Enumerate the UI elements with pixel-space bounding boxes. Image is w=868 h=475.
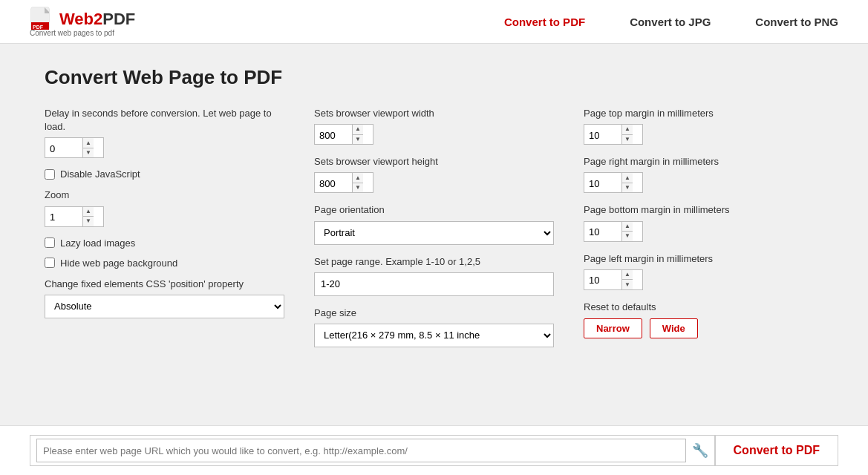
- delay-spinner-btns: ▲ ▼: [82, 138, 94, 157]
- viewport-width-input[interactable]: [315, 125, 352, 145]
- page-size-select[interactable]: Letter(216 × 279 mm, 8.5 × 11 inche A4(2…: [314, 324, 554, 347]
- main-content: Convert Web Page to PDF Delay in seconds…: [0, 44, 868, 373]
- top-margin-group: Page top margin in millimeters ▲ ▼: [584, 107, 823, 145]
- right-margin-down-btn[interactable]: ▼: [622, 183, 633, 193]
- left-margin-spinner[interactable]: ▲ ▼: [584, 269, 643, 290]
- nav: Convert to PDF Convert to JPG Convert to…: [504, 16, 838, 28]
- viewport-width-group: Sets browser viewport width ▲ ▼: [314, 107, 554, 145]
- right-margin-label: Page right margin in millimeters: [584, 155, 823, 168]
- col1: Delay in seconds before conversion. Let …: [45, 107, 284, 358]
- zoom-group: Zoom ▲ ▼: [45, 189, 284, 226]
- viewport-height-up-btn[interactable]: ▲: [353, 173, 363, 183]
- top-margin-up-btn[interactable]: ▲: [622, 125, 633, 135]
- hide-bg-label[interactable]: Hide web page background: [45, 258, 284, 269]
- col3: Page top margin in millimeters ▲ ▼ Page …: [584, 107, 823, 358]
- logo-subtitle: Convert web pages to pdf: [30, 30, 114, 37]
- wide-button[interactable]: Wide: [650, 318, 698, 338]
- logo: PDF Web2PDF Convert web pages to pdf: [30, 6, 135, 37]
- right-margin-input[interactable]: [584, 173, 621, 194]
- bottom-margin-input[interactable]: [584, 222, 621, 243]
- top-margin-label: Page top margin in millimeters: [584, 107, 823, 120]
- bottom-margin-down-btn[interactable]: ▼: [622, 232, 633, 241]
- page-size-group: Page size Letter(216 × 279 mm, 8.5 × 11 …: [314, 307, 554, 347]
- bottom-margin-spinner[interactable]: ▲ ▼: [584, 221, 643, 242]
- fixed-css-label: Change fixed elements CSS 'position' pro…: [45, 278, 284, 291]
- delay-label: Delay in seconds before conversion. Let …: [45, 107, 284, 134]
- right-margin-up-btn[interactable]: ▲: [622, 173, 633, 183]
- delay-input[interactable]: [45, 138, 82, 159]
- header: PDF Web2PDF Convert web pages to pdf Con…: [0, 0, 868, 44]
- left-margin-input[interactable]: [584, 270, 621, 291]
- page-range-label: Set page range. Example 1-10 or 1,2,5: [314, 255, 554, 269]
- fixed-css-select[interactable]: Absolute Relative Static Fixed: [45, 295, 284, 318]
- zoom-input[interactable]: [45, 207, 82, 228]
- hide-bg-checkbox[interactable]: [45, 258, 55, 268]
- viewport-height-label: Sets browser viewport height: [314, 155, 554, 168]
- left-margin-label: Page left margin in millimeters: [584, 252, 823, 266]
- viewport-height-input[interactable]: [315, 173, 352, 194]
- orientation-group: Page orientation Portrait Landscape: [314, 203, 554, 244]
- zoom-down-btn[interactable]: ▼: [83, 217, 94, 226]
- right-margin-group: Page right margin in millimeters ▲ ▼: [584, 155, 823, 193]
- nav-convert-jpg[interactable]: Convert to JPG: [630, 16, 711, 28]
- viewport-height-down-btn[interactable]: ▼: [353, 183, 363, 193]
- disable-js-label[interactable]: Disable JavaScript: [45, 168, 284, 180]
- top-margin-input[interactable]: [584, 125, 621, 145]
- right-margin-spinner-btns: ▲ ▼: [621, 173, 633, 192]
- viewport-width-spinner-btns: ▲ ▼: [352, 125, 363, 144]
- lazy-load-checkbox[interactable]: [45, 238, 55, 248]
- viewport-width-label: Sets browser viewport width: [314, 107, 554, 120]
- top-margin-spinner[interactable]: ▲ ▼: [584, 124, 643, 145]
- viewport-height-spinner-btns: ▲ ▼: [352, 173, 363, 192]
- left-margin-spinner-btns: ▲ ▼: [621, 270, 633, 289]
- delay-down-btn[interactable]: ▼: [83, 148, 94, 158]
- top-margin-down-btn[interactable]: ▼: [622, 135, 633, 145]
- zoom-spinner[interactable]: ▲ ▼: [45, 206, 104, 227]
- left-margin-group: Page left margin in millimeters ▲ ▼: [584, 252, 823, 290]
- page-range-group: Set page range. Example 1-10 or 1,2,5: [314, 255, 554, 296]
- logo-text: Web2PDF: [59, 10, 135, 29]
- bottom-margin-label: Page bottom margin in millimeters: [584, 203, 823, 217]
- left-margin-down-btn[interactable]: ▼: [622, 280, 633, 289]
- bottom-margin-up-btn[interactable]: ▲: [622, 222, 633, 232]
- delay-group: Delay in seconds before conversion. Let …: [45, 107, 284, 158]
- viewport-width-spinner[interactable]: ▲ ▼: [314, 124, 373, 145]
- narrow-button[interactable]: Narrow: [584, 318, 642, 338]
- reset-btns: Narrow Wide: [584, 318, 823, 338]
- delay-up-btn[interactable]: ▲: [83, 138, 94, 148]
- viewport-width-up-btn[interactable]: ▲: [353, 125, 363, 135]
- bottom-margin-spinner-btns: ▲ ▼: [621, 222, 633, 241]
- viewport-height-spinner[interactable]: ▲ ▼: [314, 172, 373, 193]
- reset-group: Reset to defaults Narrow Wide: [584, 301, 823, 338]
- form-grid: Delay in seconds before conversion. Let …: [45, 107, 823, 358]
- orientation-label: Page orientation: [314, 203, 554, 217]
- left-margin-up-btn[interactable]: ▲: [622, 270, 633, 281]
- zoom-spinner-btns: ▲ ▼: [82, 207, 94, 226]
- bottom-margin-group: Page bottom margin in millimeters ▲ ▼: [584, 203, 823, 241]
- top-margin-spinner-btns: ▲ ▼: [621, 125, 633, 144]
- zoom-up-btn[interactable]: ▲: [83, 207, 94, 217]
- orientation-select[interactable]: Portrait Landscape: [314, 221, 554, 245]
- lazy-load-label[interactable]: Lazy load images: [45, 238, 284, 249]
- col2: Sets browser viewport width ▲ ▼ Sets bro…: [314, 107, 554, 358]
- page-size-label: Page size: [314, 307, 554, 320]
- viewport-height-group: Sets browser viewport height ▲ ▼: [314, 155, 554, 193]
- nav-convert-pdf[interactable]: Convert to PDF: [504, 16, 585, 28]
- zoom-label: Zoom: [45, 189, 284, 202]
- reset-label: Reset to defaults: [584, 301, 823, 314]
- page-title: Convert Web Page to PDF: [45, 66, 823, 89]
- nav-convert-png[interactable]: Convert to PNG: [755, 16, 838, 28]
- viewport-width-down-btn[interactable]: ▼: [353, 135, 363, 145]
- delay-spinner[interactable]: ▲ ▼: [45, 137, 104, 158]
- disable-js-checkbox[interactable]: [45, 169, 55, 180]
- right-margin-spinner[interactable]: ▲ ▼: [584, 172, 643, 193]
- fixed-css-group: Change fixed elements CSS 'position' pro…: [45, 278, 284, 318]
- page-range-input[interactable]: [314, 272, 554, 296]
